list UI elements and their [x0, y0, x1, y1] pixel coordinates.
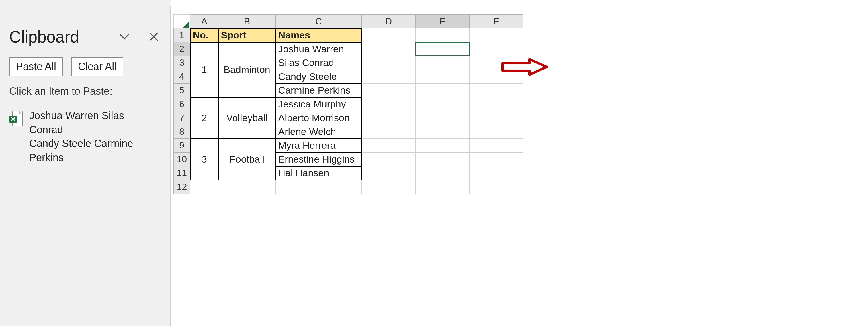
- cell-E11[interactable]: [416, 166, 469, 180]
- row-header-1[interactable]: 1: [174, 28, 190, 42]
- close-icon[interactable]: [146, 29, 161, 44]
- spreadsheet-grid[interactable]: A B C D E F 1 No. Sport Names 2 1 B: [174, 15, 523, 194]
- clipboard-hint: Click an Item to Paste:: [9, 85, 161, 98]
- cell-C1[interactable]: Names: [276, 28, 362, 42]
- cell-D6[interactable]: [362, 98, 416, 111]
- cell-F4[interactable]: [469, 70, 523, 84]
- clipboard-item-line1: Joshua Warren Silas Conrad: [29, 110, 124, 136]
- cell-E2[interactable]: [416, 42, 469, 56]
- cell-A1[interactable]: No.: [190, 28, 218, 42]
- clear-all-button[interactable]: Clear All: [71, 57, 123, 76]
- app-root: Clipboard Paste All Clear All Click an I…: [0, 0, 868, 326]
- cell-E4[interactable]: [416, 70, 469, 84]
- cell-F5[interactable]: [469, 84, 523, 98]
- clipboard-title: Clipboard: [9, 27, 79, 46]
- table-row: 6 2 Volleyball Jessica Murphy: [174, 98, 523, 111]
- cell-C9[interactable]: Myra Herrera: [276, 139, 362, 153]
- cell-D1[interactable]: [362, 28, 416, 42]
- cell-F12[interactable]: [469, 180, 523, 194]
- col-header-D[interactable]: D: [362, 15, 416, 28]
- cell-D9[interactable]: [362, 139, 416, 153]
- cell-A6[interactable]: 2: [190, 98, 218, 139]
- row-header-7[interactable]: 7: [174, 111, 190, 125]
- select-all-corner[interactable]: [174, 15, 190, 28]
- cell-E12[interactable]: [416, 180, 469, 194]
- ribbon-stub: [0, 0, 170, 6]
- cell-A9[interactable]: 3: [190, 139, 218, 180]
- cell-A2[interactable]: 1: [190, 42, 218, 98]
- col-header-F[interactable]: F: [469, 15, 523, 28]
- row-header-3[interactable]: 3: [174, 56, 190, 70]
- table-row: 1 No. Sport Names: [174, 28, 523, 42]
- row-header-4[interactable]: 4: [174, 70, 190, 84]
- cell-E10[interactable]: [416, 153, 469, 166]
- cell-D4[interactable]: [362, 70, 416, 84]
- col-header-E[interactable]: E: [416, 15, 469, 28]
- cell-D10[interactable]: [362, 153, 416, 166]
- cell-E5[interactable]: [416, 84, 469, 98]
- clipboard-header-icons: [117, 29, 161, 44]
- cell-C12[interactable]: [276, 180, 362, 194]
- cell-F10[interactable]: [469, 153, 523, 166]
- cell-B12[interactable]: [218, 180, 276, 194]
- row-header-9[interactable]: 9: [174, 139, 190, 153]
- row-header-11[interactable]: 11: [174, 166, 190, 180]
- clipboard-button-row: Paste All Clear All: [9, 57, 161, 76]
- col-header-B[interactable]: B: [218, 15, 276, 28]
- excel-icon: [9, 111, 23, 127]
- cell-C7[interactable]: Alberto Morrison: [276, 111, 362, 125]
- paste-all-button[interactable]: Paste All: [9, 57, 63, 76]
- spreadsheet-area: A B C D E F 1 No. Sport Names 2 1 B: [170, 0, 868, 326]
- clipboard-header: Clipboard: [9, 27, 161, 46]
- cell-C6[interactable]: Jessica Murphy: [276, 98, 362, 111]
- cell-C8[interactable]: Arlene Welch: [276, 125, 362, 139]
- cell-D8[interactable]: [362, 125, 416, 139]
- cell-F11[interactable]: [469, 166, 523, 180]
- cell-F8[interactable]: [469, 125, 523, 139]
- cell-F6[interactable]: [469, 98, 523, 111]
- cell-C2[interactable]: Joshua Warren: [276, 42, 362, 56]
- cell-B1[interactable]: Sport: [218, 28, 276, 42]
- cell-D12[interactable]: [362, 180, 416, 194]
- cell-D3[interactable]: [362, 56, 416, 70]
- col-header-A[interactable]: A: [190, 15, 218, 28]
- cell-E9[interactable]: [416, 139, 469, 153]
- table-row: 9 3 Football Myra Herrera: [174, 139, 523, 153]
- cell-E3[interactable]: [416, 56, 469, 70]
- cell-C11[interactable]: Hal Hansen: [276, 166, 362, 180]
- cell-C3[interactable]: Silas Conrad: [276, 56, 362, 70]
- cell-D2[interactable]: [362, 42, 416, 56]
- cell-B2[interactable]: Badminton: [218, 42, 276, 98]
- cell-F9[interactable]: [469, 139, 523, 153]
- table-row: 2 1 Badminton Joshua Warren: [174, 42, 523, 56]
- cell-E8[interactable]: [416, 125, 469, 139]
- cell-B6[interactable]: Volleyball: [218, 98, 276, 139]
- row-header-6[interactable]: 6: [174, 98, 190, 111]
- row-header-8[interactable]: 8: [174, 125, 190, 139]
- cell-B9[interactable]: Football: [218, 139, 276, 180]
- chevron-down-icon[interactable]: [117, 29, 132, 44]
- cell-F2[interactable]: [469, 42, 523, 56]
- cell-D7[interactable]: [362, 111, 416, 125]
- col-header-C[interactable]: C: [276, 15, 362, 28]
- cell-D5[interactable]: [362, 84, 416, 98]
- clipboard-item-line2: Candy Steele Carmine Perkins: [29, 138, 133, 163]
- cell-A12[interactable]: [190, 180, 218, 194]
- column-header-row: A B C D E F: [174, 15, 523, 28]
- clipboard-pane: Clipboard Paste All Clear All Click an I…: [0, 0, 170, 326]
- cell-C4[interactable]: Candy Steele: [276, 70, 362, 84]
- cell-E1[interactable]: [416, 28, 469, 42]
- row-header-12[interactable]: 12: [174, 180, 190, 194]
- cell-C5[interactable]: Carmine Perkins: [276, 84, 362, 98]
- cell-E7[interactable]: [416, 111, 469, 125]
- row-header-5[interactable]: 5: [174, 84, 190, 98]
- cell-F1[interactable]: [469, 28, 523, 42]
- cell-E6[interactable]: [416, 98, 469, 111]
- clipboard-item[interactable]: Joshua Warren Silas Conrad Candy Steele …: [9, 109, 161, 165]
- cell-F3[interactable]: [469, 56, 523, 70]
- row-header-10[interactable]: 10: [174, 153, 190, 166]
- row-header-2[interactable]: 2: [174, 42, 190, 56]
- cell-F7[interactable]: [469, 111, 523, 125]
- cell-C10[interactable]: Ernestine Higgins: [276, 153, 362, 166]
- cell-D11[interactable]: [362, 166, 416, 180]
